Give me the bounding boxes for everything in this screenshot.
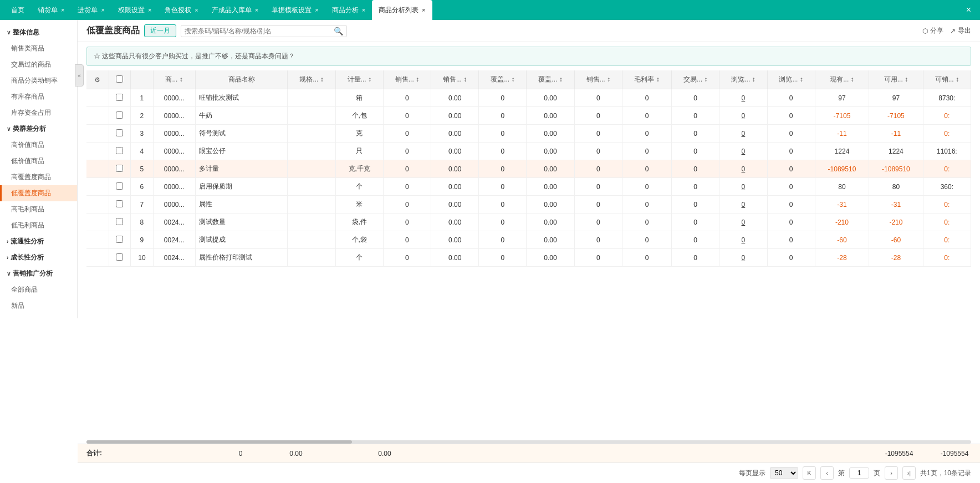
th-browse2[interactable]: 浏览... ↕ <box>767 70 815 89</box>
row-checkbox[interactable] <box>116 236 123 243</box>
sidebar-section-group-analysis[interactable]: ∨ 类群差分析 <box>0 121 77 137</box>
sidebar-item-all-goods[interactable]: 全部商品 <box>0 282 77 298</box>
th-current[interactable]: 现有... ↕ <box>815 70 869 89</box>
export-btn[interactable]: ↗ 导出 <box>950 26 971 35</box>
td-sales-qty: 0 <box>383 231 431 249</box>
first-page-btn[interactable]: K <box>803 466 816 480</box>
sidebar-item-high-coverage[interactable]: 高覆盖度商品 <box>0 169 77 185</box>
sidebar-section-overall[interactable]: ∨ 整体信息 <box>0 24 77 40</box>
th-name[interactable]: 商品名称 <box>195 70 288 89</box>
td-browse1[interactable]: 0 <box>719 125 767 143</box>
sidebar-item-high-margin[interactable]: 高毛利商品 <box>0 201 77 217</box>
td-checkbox[interactable] <box>109 107 131 125</box>
td-checkbox[interactable] <box>109 231 131 249</box>
sidebar-item-category-rate[interactable]: 商品分类动销率 <box>0 73 77 89</box>
sidebar-item-traded-goods[interactable]: 交易过的商品 <box>0 57 77 73</box>
th-sales-qty[interactable]: 销售... ↕ <box>383 70 431 89</box>
nav-template-settings-close[interactable]: × <box>315 7 318 13</box>
sidebar-item-new-goods[interactable]: 新品 <box>0 298 77 314</box>
nav-permission[interactable]: 权限设置 × <box>111 0 158 20</box>
sidebar-section-growth[interactable]: › 成长性分析 <box>0 250 77 266</box>
th-trade[interactable]: 交易... ↕ <box>672 70 719 89</box>
info-banner: ☆ 这些商品只有很少客户购买过，是推广不够，还是商品本身问题？ <box>86 47 971 66</box>
row-checkbox[interactable] <box>116 253 123 261</box>
filter-recent-month-btn[interactable]: 近一月 <box>144 24 176 37</box>
td-checkbox[interactable] <box>109 143 131 160</box>
td-browse1[interactable]: 0 <box>719 143 767 160</box>
nav-product-analysis-close[interactable]: × <box>362 7 365 13</box>
th-saleable[interactable]: 可销... ↕ <box>923 70 971 89</box>
row-checkbox[interactable] <box>116 218 123 225</box>
sidebar-section-liquidity[interactable]: › 流通性分析 <box>0 233 77 250</box>
th-sales-amount[interactable]: 销售... ↕ <box>431 70 479 89</box>
th-spec[interactable]: 规格... ↕ <box>288 70 335 89</box>
th-settings[interactable]: ⚙ <box>86 70 109 89</box>
nav-role-auth[interactable]: 角色授权 × <box>158 0 205 20</box>
sidebar-item-sales-goods[interactable]: 销售类商品 <box>0 40 77 57</box>
td-browse1[interactable]: 0 <box>719 196 767 213</box>
row-checkbox[interactable] <box>116 147 123 154</box>
search-input[interactable] <box>185 27 334 35</box>
next-page-btn[interactable]: › <box>885 466 898 480</box>
sidebar-item-low-value[interactable]: 低价值商品 <box>0 153 77 169</box>
sidebar-item-stock-capital[interactable]: 库存资金占用 <box>0 105 77 121</box>
th-code[interactable]: 商... ↕ <box>153 70 195 89</box>
sidebar-item-low-coverage[interactable]: 低覆盖度商品 <box>0 185 77 201</box>
nav-product-analysis[interactable]: 商品分析 × <box>325 0 372 20</box>
prev-page-btn[interactable]: ‹ <box>820 466 834 480</box>
th-sales3[interactable]: 销售... ↕ <box>574 70 622 89</box>
th-browse1[interactable]: 浏览... ↕ <box>719 70 767 89</box>
td-browse1[interactable]: 0 <box>719 231 767 249</box>
td-browse1[interactable]: 0 <box>719 160 767 178</box>
nav-sales-order-close[interactable]: × <box>61 7 64 13</box>
td-browse1[interactable]: 0 <box>719 178 767 196</box>
sidebar-item-low-margin[interactable]: 低毛利商品 <box>0 217 77 233</box>
td-browse1[interactable]: 0 <box>719 249 767 267</box>
nav-product-analysis-list-close[interactable]: × <box>422 7 425 13</box>
nav-sales-order[interactable]: 销货单 × <box>31 0 71 20</box>
nav-product-analysis-list[interactable]: 商品分析列表 × <box>372 0 432 20</box>
window-close-btn[interactable]: × <box>962 5 976 15</box>
row-checkbox[interactable] <box>116 182 123 190</box>
page-number-input[interactable] <box>849 467 869 479</box>
sidebar-item-stocked-goods[interactable]: 有库存商品 <box>0 89 77 105</box>
nav-product-inbound-close[interactable]: × <box>255 7 258 13</box>
td-checkbox[interactable] <box>109 249 131 267</box>
th-checkbox[interactable] <box>109 70 131 89</box>
th-gross-rate[interactable]: 毛利率 ↕ <box>622 70 671 89</box>
td-checkbox[interactable] <box>109 196 131 213</box>
td-checkbox[interactable] <box>109 125 131 143</box>
nav-role-auth-close[interactable]: × <box>195 7 198 13</box>
row-checkbox[interactable] <box>116 111 123 119</box>
sidebar-collapse-btn[interactable]: « <box>75 64 84 87</box>
sidebar-section-marketing[interactable]: ∨ 营销推广分析 <box>0 266 77 282</box>
per-page-select[interactable]: 50 10 20 100 <box>770 467 798 479</box>
td-browse1[interactable]: 0 <box>719 89 767 107</box>
td-checkbox[interactable] <box>109 213 131 231</box>
th-cover2[interactable]: 覆盖... ↕ <box>527 70 574 89</box>
th-unit[interactable]: 计量... ↕ <box>335 70 383 89</box>
row-checkbox[interactable] <box>116 94 123 101</box>
nav-product-inbound[interactable]: 产成品入库单 × <box>205 0 265 20</box>
sidebar-item-high-value[interactable]: 高价值商品 <box>0 137 77 153</box>
row-checkbox[interactable] <box>116 165 123 172</box>
select-all-checkbox[interactable] <box>116 75 123 83</box>
th-available[interactable]: 可用... ↕ <box>869 70 923 89</box>
td-checkbox[interactable] <box>109 178 131 196</box>
nav-purchase-order[interactable]: 进货单 × <box>71 0 111 20</box>
th-cover1[interactable]: 覆盖... ↕ <box>479 70 527 89</box>
row-checkbox[interactable] <box>116 129 123 136</box>
td-checkbox[interactable] <box>109 89 131 107</box>
nav-permission-close[interactable]: × <box>148 7 151 13</box>
nav-home[interactable]: 首页 <box>4 0 31 20</box>
td-browse1[interactable]: 0 <box>719 107 767 125</box>
nav-purchase-order-close[interactable]: × <box>101 7 104 13</box>
td-cover1: 0 <box>479 89 527 107</box>
nav-template-settings[interactable]: 单据模板设置 × <box>265 0 325 20</box>
row-checkbox[interactable] <box>116 200 123 207</box>
td-browse1[interactable]: 0 <box>719 213 767 231</box>
last-page-btn[interactable]: ›| <box>902 466 916 480</box>
td-checkbox[interactable] <box>109 160 131 178</box>
td-sales3: 0 <box>574 213 622 231</box>
share-btn[interactable]: ⬡ 分享 <box>922 26 943 35</box>
